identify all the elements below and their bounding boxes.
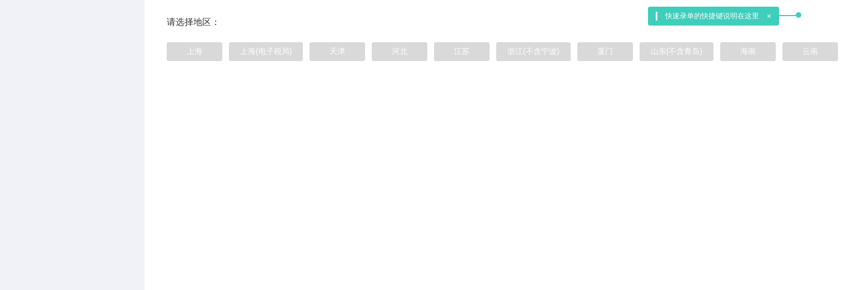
region-button-hainan[interactable]: 海南 [720, 42, 776, 61]
region-button-zhejiang[interactable]: 浙江(不含宁波) [496, 42, 570, 61]
region-button-shandong[interactable]: 山东(不含青岛) [640, 42, 714, 61]
tooltip-bar: 快速录单的快捷键说明在这里 × [648, 7, 779, 26]
tooltip-connector-dot [796, 12, 801, 18]
region-button-shanghai-etax[interactable]: 上海(电子税局) [229, 42, 303, 61]
sidebar [0, 0, 144, 290]
tooltip-text: 快速录单的快捷键说明在这里 [665, 11, 759, 21]
region-button-yunnan[interactable]: 云南 [782, 42, 838, 61]
region-button-xiamen[interactable]: 厦门 [577, 42, 633, 61]
region-button-hebei[interactable]: 河北 [372, 42, 427, 61]
region-button-tianjin[interactable]: 天津 [310, 42, 365, 61]
region-button-jiangsu[interactable]: 江苏 [434, 42, 490, 61]
region-button-shanghai[interactable]: 上海 [167, 42, 222, 61]
tooltip-close-button[interactable]: × [767, 12, 771, 21]
region-buttons: 上海上海(电子税局)天津河北江苏浙江(不含宁波)厦门山东(不含青岛)海南云南 [167, 42, 846, 61]
main-content: 请选择地区： 上海上海(电子税局)天津河北江苏浙江(不含宁波)厦门山东(不含青岛… [144, 0, 868, 290]
